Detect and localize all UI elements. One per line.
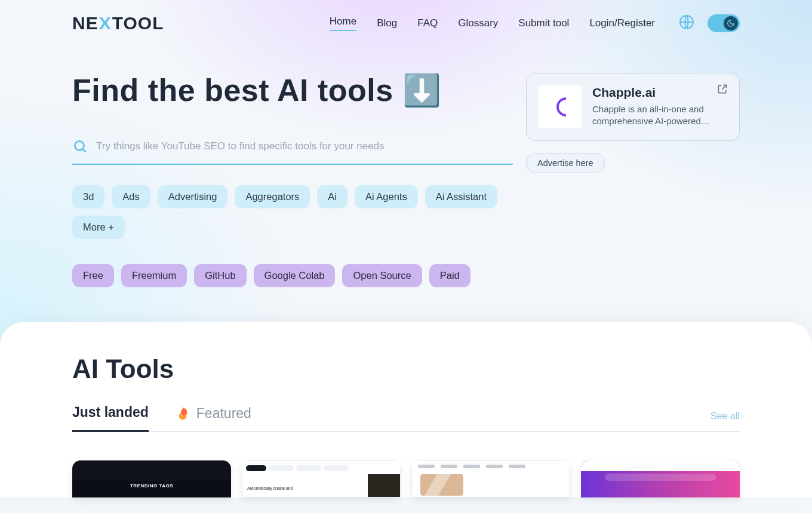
tag-freemium[interactable]: Freemium — [121, 264, 187, 287]
tool-card[interactable] — [72, 460, 231, 497]
featured-tool-description: Chapple is an all-in-one and comprehensi… — [592, 103, 727, 128]
featured-tool-title: Chapple.ai — [592, 85, 727, 100]
tab-just-landed[interactable]: Just landed — [72, 404, 149, 432]
tag-ai-agents[interactable]: Ai Agents — [355, 185, 418, 208]
see-all-link[interactable]: See all — [710, 411, 740, 431]
tab-featured-label: Featured — [196, 406, 251, 422]
hero-title: Find the best AI tools ⬇️ — [72, 73, 512, 109]
brand-logo-part1: NE — [72, 13, 99, 33]
tool-card[interactable]: Automatically create and — [242, 460, 401, 497]
advertise-here-button[interactable]: Advertise here — [526, 153, 605, 173]
tool-thumbnail: Automatically create and — [242, 460, 401, 497]
tag-ai-assistant[interactable]: Ai Assistant — [425, 185, 497, 208]
moon-icon — [727, 19, 735, 27]
nav-home[interactable]: Home — [330, 16, 356, 31]
svg-line-2 — [83, 149, 86, 152]
tag-paid[interactable]: Paid — [429, 264, 470, 287]
tool-thumbnail — [581, 460, 740, 497]
tag-github[interactable]: GitHub — [194, 264, 246, 287]
featured-tool-card[interactable]: Chapple.ai Chapple is an all-in-one and … — [526, 73, 740, 141]
theme-toggle-knob — [724, 16, 738, 30]
tag-ai[interactable]: Ai — [317, 185, 347, 208]
nav-login-register[interactable]: Login/Register — [589, 17, 655, 29]
nav-glossary[interactable]: Glossary — [458, 17, 498, 29]
theme-toggle[interactable] — [708, 14, 740, 32]
tool-thumbnail — [411, 460, 570, 497]
category-tags: 3d Ads Advertising Aggregators Ai Ai Age… — [72, 185, 513, 239]
nav-faq[interactable]: FAQ — [417, 17, 438, 29]
tag-open-source[interactable]: Open Source — [342, 264, 422, 287]
search-input[interactable] — [96, 140, 513, 152]
primary-nav: Home Blog FAQ Glossary Submit tool Login… — [330, 16, 655, 31]
tag-aggregators[interactable]: Aggregators — [235, 185, 310, 208]
brand-logo-part3: TOOL — [112, 13, 164, 33]
external-link-icon[interactable] — [716, 83, 728, 97]
tag-3d[interactable]: 3d — [72, 185, 104, 208]
pricing-tags: Free Freemium GitHub Google Colab Open S… — [72, 264, 513, 287]
tag-google-colab[interactable]: Google Colab — [254, 264, 336, 287]
tab-featured[interactable]: Featured — [175, 406, 251, 431]
tool-cards-row: Automatically create and — [72, 460, 740, 497]
brand-logo-x: X — [99, 13, 112, 33]
nav-submit-tool[interactable]: Submit tool — [518, 17, 569, 29]
tag-free[interactable]: Free — [72, 264, 114, 287]
ai-tools-section: AI Tools Just landed Featured See all — [0, 322, 812, 497]
tool-thumbnail-text: Automatically create and — [247, 486, 293, 490]
tag-ads[interactable]: Ads — [112, 185, 150, 208]
tool-card[interactable] — [581, 460, 740, 497]
ai-tools-heading: AI Tools — [72, 354, 740, 384]
fire-icon — [175, 406, 190, 421]
language-icon[interactable] — [679, 14, 694, 32]
tab-just-landed-label: Just landed — [72, 404, 149, 420]
tool-thumbnail — [72, 460, 231, 497]
search-bar[interactable] — [72, 135, 513, 165]
tool-card[interactable] — [411, 460, 570, 497]
tag-advertising[interactable]: Advertising — [158, 185, 228, 208]
tools-tabs: Just landed Featured See all — [72, 404, 740, 432]
tag-more[interactable]: More + — [72, 216, 125, 239]
search-icon — [72, 139, 88, 154]
nav-blog[interactable]: Blog — [377, 17, 397, 29]
featured-tool-logo — [539, 85, 582, 128]
brand-logo[interactable]: NEXTOOL — [72, 13, 164, 33]
svg-point-1 — [75, 141, 84, 150]
